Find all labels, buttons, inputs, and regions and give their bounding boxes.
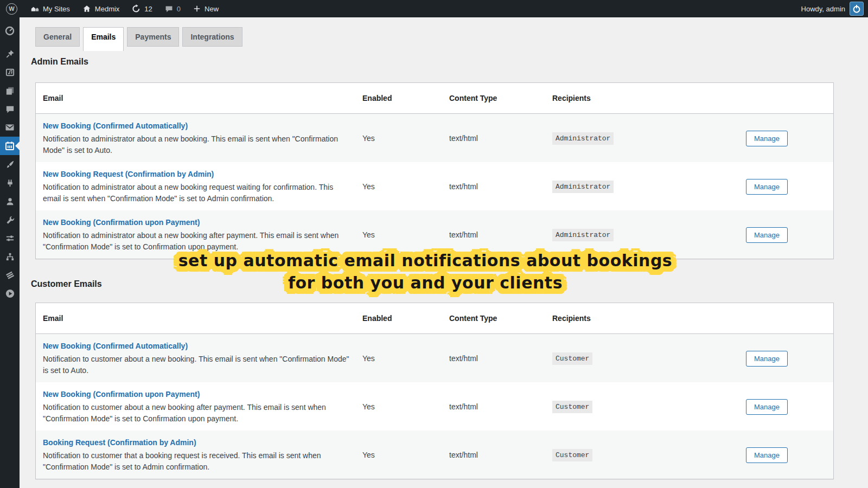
- content-type-value: text/html: [449, 162, 552, 210]
- network-tree-icon: [5, 252, 15, 262]
- table-row: New Booking (Confirmation upon Payment) …: [36, 382, 833, 431]
- sidebar-item-appearance[interactable]: [0, 155, 20, 174]
- sidebar-item-dashboard[interactable]: [0, 22, 20, 40]
- user-avatar[interactable]: [850, 2, 864, 16]
- comments-menu[interactable]: 0: [158, 0, 187, 17]
- content-type-value: text/html: [449, 334, 552, 383]
- customer-emails-table: Email Enabled Content Type Recipients Ne…: [36, 303, 833, 479]
- recipients-chip: Customer: [552, 401, 592, 413]
- sidebar-item-network[interactable]: [0, 247, 20, 266]
- sidebar-item-stripe[interactable]: [0, 266, 20, 284]
- admin-bar: W My Sites Medmix 12 0 New Howdy, admin: [0, 0, 868, 17]
- site-name-label: Medmix: [95, 5, 120, 13]
- sidebar-item-users[interactable]: [0, 192, 20, 210]
- col-actions: [704, 83, 833, 114]
- admin-emails-heading: Admin Emails: [31, 56, 834, 67]
- tab-emails[interactable]: Emails: [83, 27, 124, 51]
- plus-icon: [193, 4, 201, 13]
- email-description: Notification to administrator about a ne…: [43, 230, 349, 253]
- enabled-value: Yes: [362, 210, 449, 259]
- manage-button[interactable]: Manage: [746, 351, 788, 367]
- manage-button[interactable]: Manage: [746, 399, 788, 415]
- email-title-link[interactable]: New Booking Request (Confirmation by Adm…: [43, 169, 214, 180]
- table-header-row: Email Enabled Content Type Recipients: [36, 83, 833, 114]
- my-sites-label: My Sites: [43, 5, 70, 13]
- email-title-link[interactable]: New Booking (Confirmed Automatically): [43, 341, 188, 352]
- tab-payments[interactable]: Payments: [127, 27, 179, 47]
- enabled-value: Yes: [362, 162, 449, 210]
- play-icon: [5, 288, 15, 299]
- col-content-type: Content Type: [449, 83, 552, 114]
- email-title-link[interactable]: New Booking (Confirmation upon Payment): [43, 217, 200, 228]
- recipients-chip: Administrator: [552, 181, 614, 193]
- sidebar-item-tools[interactable]: [0, 210, 20, 229]
- multisite-houses-icon: [29, 4, 40, 14]
- customer-emails-heading: Customer Emails: [31, 279, 834, 289]
- tab-general[interactable]: General: [35, 27, 80, 47]
- email-title-link[interactable]: New Booking (Confirmation upon Payment): [43, 389, 200, 400]
- new-label: New: [205, 5, 219, 13]
- enabled-value: Yes: [362, 382, 449, 431]
- col-enabled: Enabled: [362, 303, 449, 334]
- settings-tabs: General Emails Payments Integrations: [35, 27, 834, 51]
- admin-emails-table: Email Enabled Content Type Recipients Ne…: [36, 83, 833, 259]
- customer-emails-table-card: Email Enabled Content Type Recipients Ne…: [35, 303, 834, 479]
- table-row: New Booking (Confirmed Automatically) No…: [36, 334, 833, 383]
- sidebar-item-plugins[interactable]: [0, 174, 20, 192]
- manage-button[interactable]: Manage: [746, 179, 788, 195]
- recipients-chip: Administrator: [552, 229, 614, 241]
- manage-button[interactable]: Manage: [746, 227, 788, 243]
- sidebar-item-video[interactable]: [0, 284, 20, 303]
- home-icon: [82, 4, 92, 14]
- col-enabled: Enabled: [362, 83, 449, 114]
- content-type-value: text/html: [449, 114, 552, 163]
- dashboard-icon: [4, 25, 15, 36]
- manage-button[interactable]: Manage: [746, 131, 788, 146]
- sidebar-item-pages[interactable]: [0, 81, 20, 100]
- settings-sliders-icon: [5, 233, 15, 243]
- sidebar-item-bookings-calendar[interactable]: [0, 137, 20, 155]
- howdy-text[interactable]: Howdy, admin: [801, 5, 845, 13]
- col-recipients: Recipients: [552, 83, 704, 114]
- content-type-value: text/html: [449, 382, 552, 431]
- my-sites-menu[interactable]: My Sites: [23, 0, 76, 17]
- update-arrows-icon: [131, 4, 141, 14]
- site-name-menu[interactable]: Medmix: [76, 0, 126, 17]
- col-actions: [704, 303, 833, 334]
- sidebar-item-media[interactable]: [0, 63, 20, 81]
- updates-menu[interactable]: 12: [125, 0, 158, 17]
- appearance-brush-icon: [5, 159, 15, 170]
- calendar-icon: [4, 140, 15, 151]
- media-icon: [5, 67, 15, 78]
- stripe-icon: [5, 270, 15, 280]
- recipients-chip: Customer: [552, 449, 592, 461]
- email-description: Notification to customer that a booking …: [43, 450, 349, 473]
- recipients-chip: Customer: [552, 352, 592, 365]
- admin-sidebar: [0, 17, 20, 488]
- sidebar-item-settings[interactable]: [0, 229, 20, 247]
- tools-wrench-icon: [5, 215, 15, 225]
- new-content-menu[interactable]: New: [187, 0, 225, 17]
- comments-icon: [5, 104, 15, 114]
- email-title-link[interactable]: New Booking (Confirmed Automatically): [43, 120, 188, 132]
- wordpress-menu-button[interactable]: W: [0, 0, 23, 17]
- table-row: New Booking (Confirmed Automatically) No…: [36, 114, 833, 163]
- email-description: Notification to administrator about a ne…: [43, 133, 349, 156]
- tab-integrations[interactable]: Integrations: [182, 27, 242, 47]
- sidebar-item-comments[interactable]: [0, 100, 20, 118]
- enabled-value: Yes: [362, 431, 449, 479]
- col-email: Email: [36, 83, 362, 114]
- email-description: Notification to customer about a new boo…: [43, 402, 349, 425]
- email-title-link[interactable]: Booking Request (Confirmation by Admin): [43, 437, 196, 448]
- table-row: Booking Request (Confirmation by Admin) …: [36, 431, 833, 479]
- users-icon: [5, 196, 15, 207]
- manage-button[interactable]: Manage: [746, 447, 788, 463]
- col-recipients: Recipients: [552, 303, 704, 334]
- recipients-chip: Administrator: [552, 132, 614, 145]
- sidebar-item-posts[interactable]: [0, 44, 20, 63]
- content-type-value: text/html: [449, 431, 552, 479]
- pin-icon: [5, 49, 15, 59]
- col-content-type: Content Type: [449, 303, 552, 334]
- comment-count: 0: [177, 5, 181, 13]
- sidebar-item-email[interactable]: [0, 118, 20, 137]
